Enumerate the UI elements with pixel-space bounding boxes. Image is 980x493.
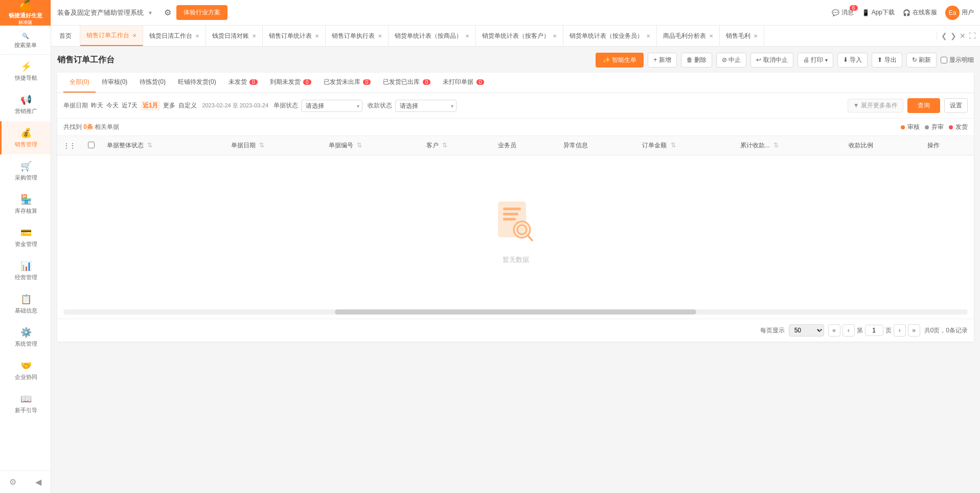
- user-menu[interactable]: Ea 用户: [945, 6, 974, 20]
- subtab-pending-pickup[interactable]: 待拣货(0): [133, 73, 172, 93]
- page-number-input[interactable]: [865, 325, 883, 336]
- col-number[interactable]: 单据编号 ⇅: [323, 136, 420, 155]
- table-toolbar: 共找到 0条 相关单据 审核 弃审 发货: [57, 119, 974, 136]
- tab-sales-stats[interactable]: 销售订单统计表 ✕: [263, 26, 326, 46]
- sidebar-item-system[interactable]: ⚙️ 系统管理: [0, 321, 51, 354]
- add-button[interactable]: + 新增: [648, 53, 676, 68]
- tab-sales-summary-customer[interactable]: 销货单统计表（按客户） ✕: [476, 26, 563, 46]
- smart-generate-button[interactable]: ✨ 智能生单: [596, 53, 644, 68]
- subtab-wangpu[interactable]: 旺铺待发货(0): [172, 73, 222, 93]
- stop-button[interactable]: ⊘ 中止: [716, 53, 746, 68]
- expand-filter-button[interactable]: ▼ 展开更多条件: [848, 99, 903, 113]
- first-page-button[interactable]: «: [828, 324, 840, 337]
- date-yesterday[interactable]: 昨天: [91, 101, 103, 110]
- tab-close-sales-revenue[interactable]: ✕: [754, 33, 758, 39]
- cancel-review-button[interactable]: 弃审: [925, 123, 944, 131]
- tab-sales-exec[interactable]: 销售订单执行表 ✕: [326, 26, 389, 46]
- sidebar-item-operations[interactable]: 📊 经营管理: [0, 254, 51, 287]
- tab-close-cash-daily[interactable]: ✕: [195, 33, 199, 39]
- show-detail-checkbox[interactable]: 显示明细: [941, 56, 974, 64]
- col-checkbox[interactable]: [82, 136, 101, 155]
- subtab-overdue[interactable]: 到期未发货 0: [264, 73, 317, 93]
- sidebar-item-enterprise[interactable]: 🤝 企业协同: [0, 354, 51, 387]
- subtab-pending-review[interactable]: 待审核(0): [96, 73, 134, 93]
- tab-close-all-icon[interactable]: ✕: [960, 32, 966, 40]
- tab-sales-revenue[interactable]: 销售毛利 ✕: [720, 26, 764, 46]
- sidebar-item-sales[interactable]: 💰 销售管理: [0, 121, 51, 154]
- select-all-checkbox[interactable]: [88, 142, 95, 148]
- query-button[interactable]: 查询: [907, 98, 940, 113]
- system-dropdown-icon[interactable]: ▾: [149, 9, 159, 16]
- tab-next-icon[interactable]: ❯: [950, 32, 956, 40]
- table-scroll-container[interactable]: ⋮⋮ 单据整体状态 ⇅ 单据日期 ⇅ 单据编号 ⇅ 客户 ⇅ 业务员 异常信息 …: [57, 136, 974, 155]
- refresh-button[interactable]: ↻ 刷新: [906, 53, 937, 68]
- tab-fullscreen-icon[interactable]: ⛶: [969, 32, 976, 40]
- sidebar-collapse-btn[interactable]: ◀: [35, 477, 41, 487]
- show-detail-input[interactable]: [941, 57, 947, 63]
- tab-cash-daily[interactable]: 钱货日清工作台 ✕: [143, 26, 206, 46]
- tab-cash-reconcile[interactable]: 钱货日清对账 ✕: [206, 26, 263, 46]
- finance-label: 资金管理: [15, 240, 37, 248]
- col-status[interactable]: 单据整体状态 ⇅: [101, 136, 225, 155]
- tab-close-sales-customer[interactable]: ✕: [553, 33, 557, 39]
- subtab-shipped-out[interactable]: 已发货已出库 0: [377, 73, 437, 93]
- import-button[interactable]: ⬇ 导入: [837, 53, 868, 68]
- date-custom[interactable]: 自定义: [178, 101, 197, 110]
- col-collected[interactable]: 累计收款... ⇅: [734, 136, 843, 155]
- scroll-thumb[interactable]: [335, 309, 697, 315]
- date-last1m[interactable]: 近1月: [141, 101, 161, 110]
- sidebar-item-guide[interactable]: 📖 新手引导: [0, 387, 51, 420]
- review-button[interactable]: 审核: [901, 123, 920, 131]
- print-button[interactable]: 🖨 打印 ▾: [797, 53, 833, 68]
- export-button[interactable]: ⬆ 导出: [872, 53, 902, 68]
- date-more[interactable]: 更多: [163, 101, 175, 110]
- date-today[interactable]: 今天: [106, 101, 119, 110]
- tab-close-product-margin[interactable]: ✕: [709, 33, 713, 39]
- sidebar-item-marketing[interactable]: 📢 营销推广: [0, 88, 51, 121]
- tab-product-margin[interactable]: 商品毛利分析表 ✕: [657, 26, 720, 46]
- inventory-label: 库存核算: [15, 207, 37, 215]
- sidebar-item-finance[interactable]: 💳 资金管理: [0, 221, 51, 254]
- page-size-select[interactable]: 10 20 50 100: [789, 324, 824, 337]
- industry-solution-button[interactable]: 体验行业方案: [176, 5, 227, 20]
- subtab-not-shipped[interactable]: 未发货 0: [222, 73, 264, 93]
- app-download-button[interactable]: 📱 App下载: [862, 8, 895, 17]
- horizontal-scrollbar[interactable]: [63, 309, 968, 315]
- tab-close-sales-stats[interactable]: ✕: [315, 33, 319, 39]
- tab-sales-summary-staff[interactable]: 销货单统计表（按业务员） ✕: [563, 26, 657, 46]
- tab-sales-order-workbench[interactable]: 销售订单工作台 ✕: [80, 26, 143, 46]
- tab-close-cash-reconcile[interactable]: ✕: [252, 33, 256, 39]
- tab-home[interactable]: 首页: [51, 26, 80, 46]
- sidebar-item-basic-info[interactable]: 📋 基础信息: [0, 287, 51, 321]
- col-date[interactable]: 单据日期 ⇅: [225, 136, 323, 155]
- tab-close-sales-order[interactable]: ✕: [132, 33, 136, 38]
- search-menu[interactable]: 🔍 搜索菜单: [0, 26, 51, 55]
- last-page-button[interactable]: »: [908, 324, 920, 337]
- cancel-stop-button[interactable]: ↩ 取消中止: [750, 53, 793, 68]
- col-customer[interactable]: 客户 ⇅: [420, 136, 492, 155]
- topbar-settings-icon[interactable]: ⚙: [164, 8, 171, 17]
- online-service-button[interactable]: 🎧 在线客服: [903, 8, 937, 17]
- prev-page-button[interactable]: ‹: [842, 324, 855, 337]
- tab-sales-summary-product[interactable]: 销货单统计表（按商品） ✕: [389, 26, 476, 46]
- subtab-not-printed[interactable]: 未打印单据 0: [437, 73, 490, 93]
- payment-select[interactable]: 请选择: [395, 100, 457, 112]
- status-select[interactable]: 请选择: [301, 100, 362, 112]
- ship-button[interactable]: 发货: [949, 123, 968, 131]
- sidebar-item-purchase[interactable]: 🛒 采购管理: [0, 154, 51, 188]
- tab-close-sales-product[interactable]: ✕: [465, 33, 469, 39]
- sidebar-item-inventory[interactable]: 🏪 库存核算: [0, 188, 51, 221]
- tab-close-sales-exec[interactable]: ✕: [378, 33, 382, 39]
- tab-close-sales-staff[interactable]: ✕: [646, 33, 650, 39]
- sidebar-settings-btn[interactable]: ⚙: [9, 477, 16, 487]
- subtab-shipped-not-out[interactable]: 已发货未出库 0: [317, 73, 377, 93]
- filter-setting-button[interactable]: 设置: [944, 98, 968, 113]
- col-amount[interactable]: 订单金额 ⇅: [636, 136, 734, 155]
- sidebar-item-quick-nav[interactable]: ⚡ 快捷导航: [0, 55, 51, 88]
- subtab-all[interactable]: 全部(0): [63, 73, 96, 93]
- next-page-button[interactable]: ›: [894, 324, 906, 337]
- messages-button[interactable]: 💬 消息 6: [832, 8, 854, 17]
- delete-button[interactable]: 🗑 删除: [681, 53, 712, 68]
- tab-prev-icon[interactable]: ❮: [941, 32, 947, 40]
- date-last7[interactable]: 近7天: [122, 101, 138, 110]
